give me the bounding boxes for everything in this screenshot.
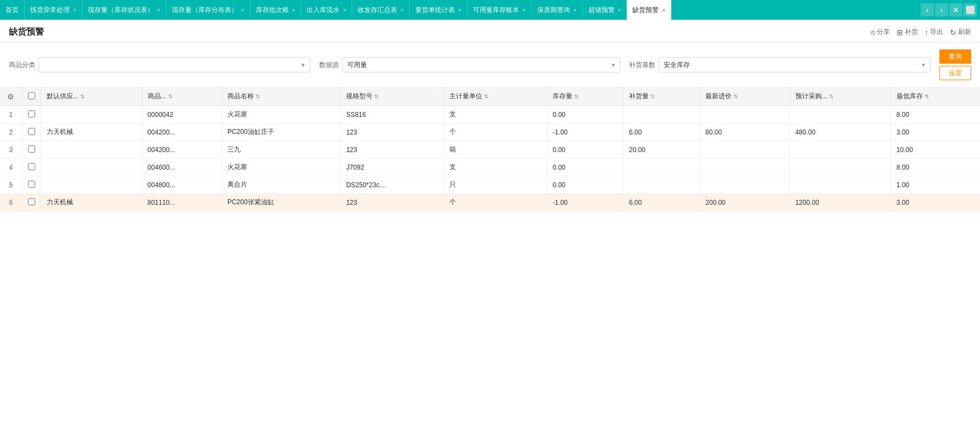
replenish-button[interactable]: ⊞ 补货 xyxy=(897,27,918,37)
row-unit: 个 xyxy=(443,124,547,141)
th-spec-sort[interactable]: 规格型号 ⇅ xyxy=(346,92,438,101)
th-name-sort[interactable]: 商品名称 ⇅ xyxy=(227,92,335,101)
row-checkbox[interactable] xyxy=(28,198,35,205)
nav-tab-shortage[interactable]: 缺货预警 × xyxy=(627,0,671,20)
th-replenish: 补货量 ⇅ xyxy=(623,87,699,106)
nav-tab-available[interactable]: 可用量库存账本 × xyxy=(467,0,532,20)
row-supplier: 力天机械 xyxy=(41,194,142,211)
nav-tab-stock1-close[interactable]: × xyxy=(157,7,160,13)
replenish-select[interactable]: 安全库存 xyxy=(659,57,931,72)
row-latest-price: 80.00 xyxy=(700,124,790,141)
row-min-stock: 8.00 xyxy=(890,106,980,124)
th-min-stock-sort[interactable]: 最低库存 ⇅ xyxy=(897,92,975,101)
export-button[interactable]: ↑ 导出 xyxy=(925,27,943,37)
row-num: 6 xyxy=(0,194,22,211)
replenish-basis-label: 补货基数 xyxy=(629,60,655,70)
th-code-sort[interactable]: 商品... ⇅ xyxy=(148,92,216,101)
row-code: 004600... xyxy=(142,159,221,176)
row-checkbox[interactable] xyxy=(28,163,35,170)
nav-tab-overstock[interactable]: 超储预警 × xyxy=(583,0,627,20)
nav-tab-stock1[interactable]: 现存量（库存状况表） × xyxy=(82,0,166,20)
est-purchase-sort-icon: ⇅ xyxy=(829,93,833,99)
nav-tab-picking-close[interactable]: × xyxy=(73,7,76,13)
row-replenish xyxy=(623,159,699,176)
th-settings[interactable]: ⚙ xyxy=(0,87,22,106)
category-select[interactable] xyxy=(38,57,310,72)
nav-tab-flow[interactable]: 出入库流水 × xyxy=(301,0,352,20)
nav-tab-batch[interactable]: 库存批次账 × xyxy=(250,0,302,20)
th-latest-price-sort[interactable]: 最新进价 ⇅ xyxy=(705,92,784,101)
share-button[interactable]: ⎋ 分享 xyxy=(871,27,890,37)
table-row: 1 0000042 火花塞 SS816 支 0.00 8.00 xyxy=(0,106,980,124)
row-name: 火花塞 xyxy=(221,106,340,124)
row-checkbox-cell xyxy=(22,176,41,194)
row-min-stock: 10.00 xyxy=(890,141,980,159)
row-num: 3 xyxy=(0,141,22,159)
nav-tab-flow-label: 出入库流水 xyxy=(307,5,339,15)
datasource-select[interactable]: 可用量 xyxy=(342,57,621,72)
nav-prev-button[interactable]: ‹ xyxy=(921,3,934,16)
th-est-purchase-sort[interactable]: 预计采购... ⇅ xyxy=(795,92,885,101)
replenish-select-wrapper: 安全库存 ▼ xyxy=(659,57,931,72)
nav-tab-flow-close[interactable]: × xyxy=(343,7,346,13)
nav-tab-batch-close[interactable]: × xyxy=(292,7,296,13)
nav-tab-summary-close[interactable]: × xyxy=(400,7,404,13)
nav-tab-available-close[interactable]: × xyxy=(522,7,526,13)
row-unit: 只 xyxy=(443,176,547,194)
th-supplier-sort[interactable]: 默认供应... ⇅ xyxy=(47,92,136,101)
settings-gear-icon[interactable]: ⚙ xyxy=(7,92,14,101)
row-replenish xyxy=(623,176,699,194)
row-spec: 123 xyxy=(341,141,444,159)
page-title: 缺货预警 xyxy=(9,26,871,38)
row-replenish xyxy=(623,106,699,124)
nav-tab-stock2[interactable]: 现存量（库存分布表） × xyxy=(166,0,250,20)
select-all-checkbox[interactable] xyxy=(28,92,35,99)
row-checkbox[interactable] xyxy=(28,145,35,153)
row-checkbox-cell xyxy=(22,124,41,141)
nav-controls: ‹ › ✕ ⬜ xyxy=(917,0,980,20)
nav-tab-requisition[interactable]: 要货单统计表 × xyxy=(410,0,467,20)
nav-tab-expiry-close[interactable]: × xyxy=(573,7,577,13)
category-select-wrapper: ▼ xyxy=(38,57,310,72)
nav-tab-summary[interactable]: 收发存汇总表 × xyxy=(352,0,410,20)
table-row: 6 力天机械 801110... PC200张紧油缸 123 个 -1.00 6… xyxy=(0,194,980,211)
refresh-button[interactable]: ↻ 刷新 xyxy=(950,27,971,37)
row-checkbox[interactable] xyxy=(28,181,35,188)
row-spec: 123 xyxy=(341,194,444,211)
settings-button[interactable]: 设置 xyxy=(939,66,971,80)
nav-maximize-button[interactable]: ⬜ xyxy=(964,3,977,16)
filter-datasource: 数据源 可用量 ▼ xyxy=(319,57,621,72)
nav-tab-stock2-close[interactable]: × xyxy=(241,7,244,13)
th-stock-sort[interactable]: 库存量 ⇅ xyxy=(553,92,617,101)
nav-tab-expiry[interactable]: 保质期查询 × xyxy=(532,0,583,20)
th-replenish-sort[interactable]: 补货量 ⇅ xyxy=(629,92,694,101)
refresh-icon: ↻ xyxy=(950,28,956,37)
row-est-purchase: 480.00 xyxy=(789,124,890,141)
nav-close-button[interactable]: ✕ xyxy=(949,3,962,16)
row-name: PC200油缸庄子 xyxy=(221,124,340,141)
row-name: PC200张紧油缸 xyxy=(221,194,340,211)
row-checkbox-cell xyxy=(22,106,41,124)
row-checkbox[interactable] xyxy=(28,110,35,117)
query-button[interactable]: 查询 xyxy=(939,49,971,64)
row-checkbox[interactable] xyxy=(28,128,35,135)
datasource-select-wrapper: 可用量 ▼ xyxy=(342,57,621,72)
nav-tab-requisition-close[interactable]: × xyxy=(458,7,461,13)
nav-next-button[interactable]: › xyxy=(935,3,948,16)
row-unit: 箱 xyxy=(443,141,547,159)
th-unit-sort[interactable]: 主计量单位 ⇅ xyxy=(449,92,541,101)
row-num: 2 xyxy=(0,124,22,141)
th-est-purchase: 预计采购... ⇅ xyxy=(789,87,890,106)
row-replenish: 6.00 xyxy=(623,124,699,141)
nav-tab-stock2-label: 现存量（库存分布表） xyxy=(172,5,238,15)
nav-tab-picking[interactable]: 拣货异常处理 × xyxy=(25,0,82,20)
th-unit: 主计量单位 ⇅ xyxy=(443,87,547,106)
nav-tab-home[interactable]: 首页 xyxy=(0,0,25,20)
nav-tab-picking-label: 拣货异常处理 xyxy=(30,5,70,15)
nav-tab-shortage-close[interactable]: × xyxy=(662,7,665,13)
row-latest-price xyxy=(700,141,790,159)
category-label: 商品分类 xyxy=(9,60,35,70)
row-stock: 0.00 xyxy=(547,159,623,176)
table-row: 2 力天机械 004200... PC200油缸庄子 123 个 -1.00 6… xyxy=(0,124,980,141)
nav-tab-overstock-close[interactable]: × xyxy=(618,7,621,13)
